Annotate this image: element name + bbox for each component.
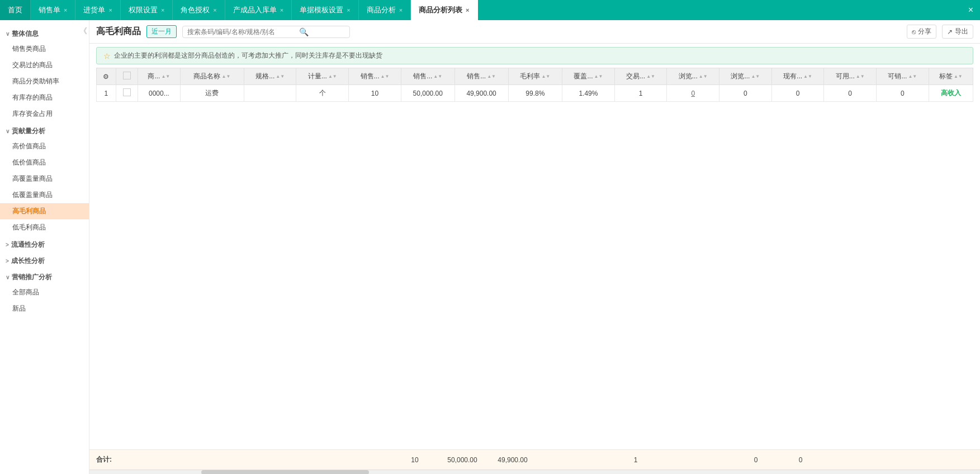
sidebar-item-库存资金占用[interactable]: 库存资金占用 <box>0 106 89 122</box>
main-layout: 《 ∨整体信息销售类商品交易过的商品商品分类助销率有库存的商品库存资金占用∨贡献… <box>0 20 980 474</box>
col-header-code[interactable]: 商...▲▼ <box>138 68 180 85</box>
sort-icon-spec[interactable]: ▲▼ <box>276 74 285 79</box>
sort-icon-unit[interactable]: ▲▼ <box>328 74 337 79</box>
col-header-tag[interactable]: 标签▲▼ <box>929 68 973 85</box>
sidebar-item-低毛利商品[interactable]: 低毛利商品 <box>0 219 89 236</box>
sidebar-item-交易过的商品[interactable]: 交易过的商品 <box>0 57 89 73</box>
export-button[interactable]: ↗ 导出 <box>942 25 973 39</box>
sidebar-group-成长性分析[interactable]: >成长性分析 <box>0 252 89 268</box>
sort-icon-coverage[interactable]: ▲▼ <box>594 74 603 79</box>
nav-item-产成品入库单[interactable]: 产成品入库单× <box>225 0 292 20</box>
sort-icon-browse1[interactable]: ▲▼ <box>699 74 708 79</box>
col-header-spec[interactable]: 规格...▲▼ <box>244 68 296 85</box>
search-icon[interactable]: 🔍 <box>299 27 309 36</box>
col-header-saleable[interactable]: 可销...▲▼ <box>877 68 929 85</box>
col-header-coverage[interactable]: 覆盖...▲▼ <box>562 68 615 85</box>
cell-transaction: 1 <box>614 85 667 102</box>
sidebar-group-贡献量分析[interactable]: ∨贡献量分析 <box>0 122 89 138</box>
col-header-sales2[interactable]: 销售...▲▼ <box>401 68 455 85</box>
nav-item-商品分析[interactable]: 商品分析× <box>359 0 411 20</box>
col-header-current[interactable]: 现有...▲▼ <box>771 68 824 85</box>
sort-icon-margin_rate[interactable]: ▲▼ <box>541 74 550 79</box>
row-checkbox[interactable] <box>123 88 131 96</box>
sidebar-item-高覆盖量商品[interactable]: 高覆盖量商品 <box>0 171 89 187</box>
sidebar-group-整体信息[interactable]: ∨整体信息 <box>0 25 89 41</box>
nav-item-商品分析列表[interactable]: 商品分析列表× <box>411 0 477 20</box>
sort-icon-available[interactable]: ▲▼ <box>856 74 865 79</box>
bottom-scrollbar[interactable] <box>89 470 980 474</box>
nav-item-进货单[interactable]: 进货单× <box>75 0 120 20</box>
sidebar: 《 ∨整体信息销售类商品交易过的商品商品分类助销率有库存的商品库存资金占用∨贡献… <box>0 20 89 474</box>
col-header-name[interactable]: 商品名称▲▼ <box>180 68 244 85</box>
sort-icon-sales2[interactable]: ▲▼ <box>433 74 442 79</box>
filter-button[interactable]: 近一月 <box>146 25 177 38</box>
col-header-margin_rate[interactable]: 毛利率▲▼ <box>508 68 562 85</box>
sort-icon-tag[interactable]: ▲▼ <box>954 74 963 79</box>
group-arrow-icon: ∨ <box>6 274 10 280</box>
tag-label: 高收入 <box>941 89 961 97</box>
close-all-tabs-button[interactable]: × <box>962 0 980 20</box>
nav-close-icon[interactable]: × <box>399 7 403 13</box>
search-input[interactable] <box>187 28 299 36</box>
group-arrow-icon: > <box>6 242 9 248</box>
nav-close-icon[interactable]: × <box>213 7 216 13</box>
nav-item-销售单[interactable]: 销售单× <box>31 0 75 20</box>
sidebar-item-新品[interactable]: 新品 <box>0 301 89 317</box>
nav-item-首页[interactable]: 首页 <box>0 0 31 20</box>
nav-close-icon[interactable]: × <box>108 7 112 13</box>
search-box: 🔍 <box>182 26 350 38</box>
sort-icon-saleable[interactable]: ▲▼ <box>908 74 917 79</box>
col-header-available[interactable]: 可用...▲▼ <box>824 68 877 85</box>
col-header-browse2[interactable]: 浏览...▲▼ <box>719 68 772 85</box>
header-actions: ⎋ 分享 ↗ 导出 <box>907 25 973 39</box>
nav-item-角色授权[interactable]: 角色授权× <box>173 0 225 20</box>
sidebar-item-有库存的商品[interactable]: 有库存的商品 <box>0 90 89 106</box>
cell-sales3: 49,900.00 <box>455 85 508 102</box>
col-header-unit[interactable]: 计量...▲▼ <box>296 68 349 85</box>
cell-sales1: 10 <box>349 85 401 102</box>
tip-icon: ☆ <box>103 51 111 60</box>
table-wrapper[interactable]: ⚙商...▲▼商品名称▲▼规格...▲▼计量...▲▼销售...▲▼销售...▲… <box>89 68 980 449</box>
sidebar-item-低覆盖量商品[interactable]: 低覆盖量商品 <box>0 187 89 203</box>
sort-icon-sales1[interactable]: ▲▼ <box>381 74 390 79</box>
nav-item-单据模板设置[interactable]: 单据模板设置× <box>292 0 358 20</box>
footer-cell: 0 <box>778 456 823 464</box>
sidebar-item-高毛利商品[interactable]: 高毛利商品 <box>0 203 89 219</box>
sidebar-collapse-button[interactable]: 《 <box>78 26 89 37</box>
footer-cell: 50,000.00 <box>437 456 487 464</box>
settings-icon[interactable]: ⚙ <box>103 73 109 81</box>
cell-code: 0000... <box>138 85 180 102</box>
nav-close-icon[interactable]: × <box>64 7 67 13</box>
sort-icon-transaction[interactable]: ▲▼ <box>646 74 655 79</box>
sidebar-item-销售类商品[interactable]: 销售类商品 <box>0 41 89 57</box>
sort-icon-code[interactable]: ▲▼ <box>161 74 170 79</box>
sidebar-item-全部商品[interactable]: 全部商品 <box>0 284 89 301</box>
footer-cell: 0 <box>733 456 778 464</box>
nav-item-权限设置[interactable]: 权限设置× <box>121 0 173 20</box>
sidebar-group-流通性分析[interactable]: >流通性分析 <box>0 236 89 252</box>
nav-close-icon[interactable]: × <box>347 7 350 13</box>
sidebar-item-低价值商品[interactable]: 低价值商品 <box>0 154 89 171</box>
share-button[interactable]: ⎋ 分享 <box>907 25 936 39</box>
sort-icon-name[interactable]: ▲▼ <box>221 74 230 79</box>
cell-browse1[interactable]: 0 <box>667 85 719 102</box>
sidebar-item-商品分类助销率[interactable]: 商品分类助销率 <box>0 73 89 90</box>
nav-close-icon[interactable]: × <box>466 7 469 13</box>
sort-icon-browse2[interactable]: ▲▼ <box>751 74 760 79</box>
nav-close-icon[interactable]: × <box>280 7 283 13</box>
export-icon: ↗ <box>947 28 953 36</box>
sidebar-item-高价值商品[interactable]: 高价值商品 <box>0 138 89 154</box>
scrollbar-thumb[interactable] <box>201 470 369 474</box>
cell-checkbox[interactable] <box>116 85 138 102</box>
nav-close-icon[interactable]: × <box>161 7 164 13</box>
col-header-browse1[interactable]: 浏览...▲▼ <box>667 68 719 85</box>
select-all-checkbox[interactable] <box>123 72 131 79</box>
content-header: 高毛利商品 近一月 🔍 ⎋ 分享 ↗ 导出 <box>89 20 980 44</box>
sort-icon-sales3[interactable]: ▲▼ <box>487 74 496 79</box>
col-header-sales3[interactable]: 销售...▲▼ <box>455 68 508 85</box>
info-banner: ☆ 企业的主要的利润都是这部分商品创造的，可考虑加大推广，同时关注库存是不要出现… <box>96 47 973 64</box>
col-header-sales1[interactable]: 销售...▲▼ <box>349 68 401 85</box>
col-header-transaction[interactable]: 交易...▲▼ <box>614 68 667 85</box>
sort-icon-current[interactable]: ▲▼ <box>803 74 812 79</box>
sidebar-group-营销推广分析[interactable]: ∨营销推广分析 <box>0 268 89 284</box>
